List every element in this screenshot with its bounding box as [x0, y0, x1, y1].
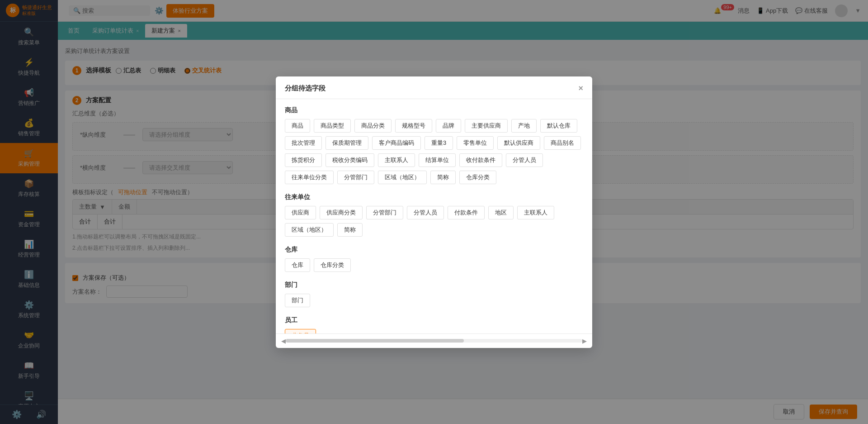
field-tag-partner-5[interactable]: 付款条件: [448, 206, 485, 219]
modal-body: 商品 商品 商品类型 商品分类 规格型号 品牌 主要供应商 产地 默认仓库 批次…: [276, 99, 592, 333]
field-tag-product-2[interactable]: 商品类型: [314, 119, 351, 133]
field-tag-partner-9[interactable]: 简称: [337, 223, 363, 237]
field-tag-product-13[interactable]: 零售单位: [457, 136, 494, 150]
field-group-dept: 部门 部门: [285, 281, 583, 307]
modal-footer: ◀ ▶: [276, 333, 592, 348]
field-group-dept-title: 部门: [285, 281, 583, 289]
field-tags-partner: 供应商 供应商分类 分管部门 分管人员 付款条件 地区 主联系人 区域（地区） …: [285, 206, 583, 237]
field-tag-dept-1[interactable]: 部门: [285, 294, 310, 307]
field-tag-product-12[interactable]: 重量3: [425, 136, 453, 150]
field-tags-staff: 业务员: [285, 329, 583, 333]
field-tag-product-17[interactable]: 税收分类编码: [326, 153, 374, 167]
modal-overlay[interactable]: 分组待选字段 × 商品 商品 商品类型 商品分类 规格型号 品牌 主要供应商 产…: [0, 0, 868, 424]
field-tag-product-14[interactable]: 默认供应商: [497, 136, 540, 150]
field-group-product: 商品 商品 商品类型 商品分类 规格型号 品牌 主要供应商 产地 默认仓库 批次…: [285, 106, 583, 184]
field-tags-dept: 部门: [285, 294, 583, 307]
field-tag-product-25[interactable]: 简称: [430, 171, 456, 184]
field-group-staff-title: 员工: [285, 316, 583, 324]
field-tag-product-24[interactable]: 区域（地区）: [378, 171, 427, 184]
field-tag-partner-2[interactable]: 供应商分类: [320, 206, 363, 219]
field-tag-product-16[interactable]: 拣货积分: [285, 153, 322, 167]
field-tag-warehouse-1[interactable]: 仓库: [285, 258, 310, 272]
modal-title: 分组待选字段: [285, 84, 326, 93]
scroll-right-icon[interactable]: ▶: [582, 338, 587, 344]
field-tag-warehouse-2[interactable]: 仓库分类: [314, 258, 351, 272]
modal-close-button[interactable]: ×: [578, 84, 583, 93]
field-group-warehouse: 仓库 仓库 仓库分类: [285, 246, 583, 272]
field-tag-partner-8[interactable]: 区域（地区）: [285, 223, 334, 237]
modal-scrollbar[interactable]: [286, 339, 582, 343]
field-tag-product-3[interactable]: 商品分类: [354, 119, 392, 133]
field-tag-partner-1[interactable]: 供应商: [285, 206, 316, 219]
field-tag-product-11[interactable]: 客户商品编码: [372, 136, 421, 150]
field-group-partner-title: 往来单位: [285, 193, 583, 201]
field-tag-product-8[interactable]: 默认仓库: [540, 119, 577, 133]
field-tag-staff-1[interactable]: 业务员: [285, 329, 316, 333]
field-tag-product-19[interactable]: 结算单位: [419, 153, 456, 167]
modal-dialog: 分组待选字段 × 商品 商品 商品类型 商品分类 规格型号 品牌 主要供应商 产…: [276, 76, 592, 348]
field-tag-product-6[interactable]: 主要供应商: [465, 119, 508, 133]
field-group-staff: 员工 业务员: [285, 316, 583, 333]
field-tag-product-20[interactable]: 收付款条件: [459, 153, 502, 167]
field-tag-partner-7[interactable]: 主联系人: [517, 206, 554, 219]
field-tags-product: 商品 商品类型 商品分类 规格型号 品牌 主要供应商 产地 默认仓库 批次管理 …: [285, 119, 583, 184]
field-group-warehouse-title: 仓库: [285, 246, 583, 254]
field-tags-warehouse: 仓库 仓库分类: [285, 258, 583, 272]
field-tag-product-15[interactable]: 商品别名: [544, 136, 581, 150]
field-group-product-title: 商品: [285, 106, 583, 114]
field-tag-product-5[interactable]: 品牌: [436, 119, 461, 133]
field-tag-product-23[interactable]: 分管部门: [337, 171, 374, 184]
field-tag-product-18[interactable]: 主联系人: [378, 153, 415, 167]
field-tag-partner-6[interactable]: 地区: [488, 206, 514, 219]
field-tag-partner-3[interactable]: 分管部门: [366, 206, 403, 219]
scroll-left-icon[interactable]: ◀: [281, 338, 286, 344]
field-tag-product-22[interactable]: 往来单位分类: [285, 171, 334, 184]
field-tag-product-7[interactable]: 产地: [511, 119, 537, 133]
field-tag-product-26[interactable]: 仓库分类: [459, 171, 496, 184]
field-tag-product-10[interactable]: 保质期管理: [326, 136, 368, 150]
field-tag-product-1[interactable]: 商品: [285, 119, 310, 133]
field-tag-product-9[interactable]: 批次管理: [285, 136, 322, 150]
field-tag-product-21[interactable]: 分管人员: [506, 153, 543, 167]
field-group-partner: 往来单位 供应商 供应商分类 分管部门 分管人员 付款条件 地区 主联系人 区域…: [285, 193, 583, 237]
modal-header: 分组待选字段 ×: [276, 76, 592, 99]
modal-scrollbar-thumb: [286, 339, 464, 343]
field-tag-partner-4[interactable]: 分管人员: [407, 206, 444, 219]
field-tag-product-4[interactable]: 规格型号: [395, 119, 432, 133]
